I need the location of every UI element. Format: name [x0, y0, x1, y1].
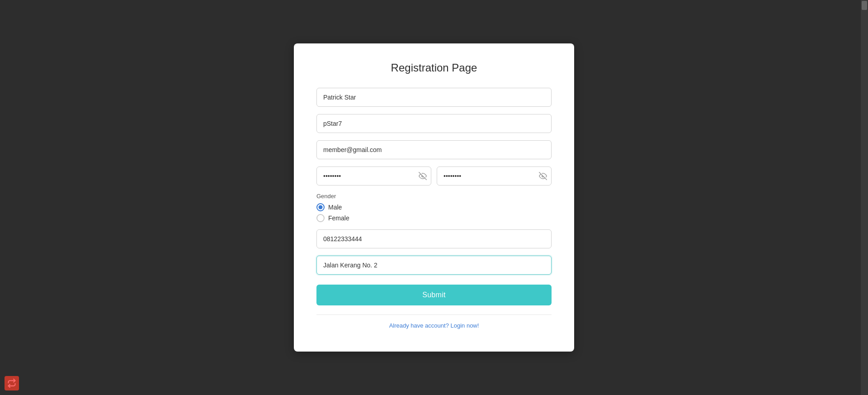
address-input[interactable]: [316, 256, 552, 275]
page-title: Registration Page: [316, 62, 552, 74]
phone-input[interactable]: [316, 229, 552, 248]
gender-female-label: Female: [328, 214, 349, 222]
confirm-password-input[interactable]: [437, 167, 552, 186]
full-name-input[interactable]: [316, 88, 552, 107]
gender-female-option[interactable]: Female: [316, 214, 552, 222]
password-row: [316, 167, 552, 186]
scrollbar-thumb[interactable]: [862, 1, 867, 10]
submit-button[interactable]: Submit: [316, 285, 552, 305]
login-link-container: Already have account? Login now!: [316, 322, 552, 329]
login-link[interactable]: Already have account? Login now!: [389, 322, 479, 329]
divider: [316, 314, 552, 315]
phone-group: [316, 229, 552, 248]
gender-section: Gender Male Female: [316, 193, 552, 222]
email-group: [316, 140, 552, 159]
gender-male-radio[interactable]: [316, 203, 325, 211]
bottom-left-icon: [5, 376, 19, 390]
password-eye-icon[interactable]: [419, 172, 427, 180]
email-input[interactable]: [316, 140, 552, 159]
full-name-group: [316, 88, 552, 107]
username-input[interactable]: [316, 114, 552, 133]
address-group: [316, 256, 552, 275]
gender-male-label: Male: [328, 204, 342, 211]
password-input[interactable]: [316, 167, 431, 186]
gender-radio-group: Male Female: [316, 203, 552, 222]
gender-male-option[interactable]: Male: [316, 203, 552, 211]
username-group: [316, 114, 552, 133]
password-group: [316, 167, 431, 186]
scrollbar[interactable]: [861, 0, 868, 395]
confirm-password-group: [437, 167, 552, 186]
confirm-password-eye-icon[interactable]: [539, 172, 547, 180]
registration-card: Registration Page: [294, 43, 574, 352]
gender-female-radio[interactable]: [316, 214, 325, 222]
gender-label: Gender: [316, 193, 552, 200]
